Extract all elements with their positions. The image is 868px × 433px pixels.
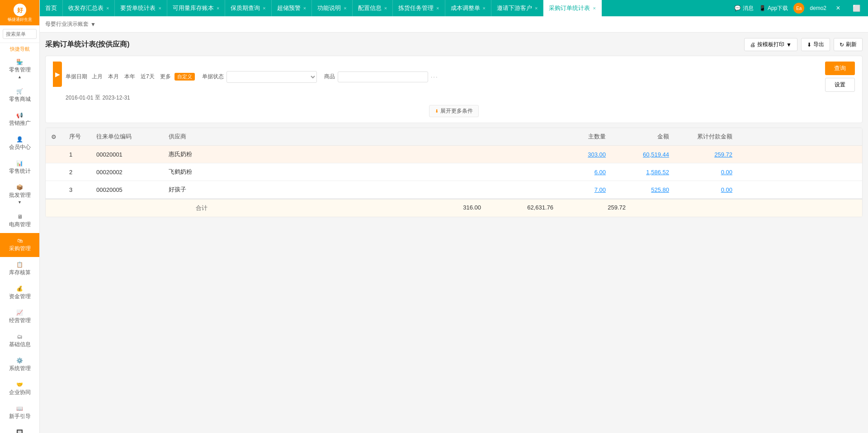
close-tab-icon[interactable]: × bbox=[303, 5, 306, 11]
table-header-paid: 累计付款金额 bbox=[675, 128, 738, 146]
expand-more-btn[interactable]: ⬇ 展开更多条件 bbox=[429, 105, 479, 117]
sidebar-item-label: 基础信息 bbox=[9, 341, 31, 348]
sidebar-item-sys[interactable]: ⚙️ 系统管理 bbox=[0, 353, 39, 377]
sidebar-item-inventory[interactable]: 📋 库存核算 bbox=[0, 257, 39, 281]
search-btn[interactable]: 查询 bbox=[825, 62, 855, 75]
close-tab-icon[interactable]: × bbox=[344, 5, 346, 11]
tab-overstock[interactable]: 超储预警 × bbox=[272, 0, 312, 16]
sidebar-item-finance[interactable]: 💰 资金管理 bbox=[0, 281, 39, 305]
filter-actions: 查询 设置 bbox=[825, 62, 855, 92]
tab-home[interactable]: 首页 bbox=[40, 0, 63, 16]
date-to-label: 至 bbox=[95, 94, 100, 101]
sidebar-item-batch[interactable]: 📦 批发管理 ▼ bbox=[0, 180, 39, 209]
user-avatar[interactable]: Ea bbox=[793, 3, 804, 14]
close-tab-icon[interactable]: × bbox=[535, 5, 538, 11]
date-from: 2016-01-01 bbox=[66, 95, 93, 101]
close-tab-icon[interactable]: × bbox=[263, 5, 265, 11]
close-tab-icon[interactable]: × bbox=[158, 5, 161, 11]
marketing-icon: 📢 bbox=[16, 112, 23, 119]
sidebar-item-retail-mall[interactable]: 🛒 零售商城 bbox=[0, 84, 39, 108]
workspace-dropdown-icon[interactable]: ▼ bbox=[90, 21, 96, 28]
row-qty: 303.00 bbox=[557, 146, 611, 163]
sidebar-item-guide[interactable]: 📖 新手引导 bbox=[0, 401, 39, 425]
filter-goods-input[interactable] bbox=[338, 71, 428, 82]
sidebar-item-collab[interactable]: 🤝 企业协同 bbox=[0, 377, 39, 401]
shortcut-this-year[interactable]: 本年 bbox=[123, 72, 137, 81]
tab-config[interactable]: 配置信息 × bbox=[353, 0, 393, 16]
more-dots-icon[interactable]: ··· bbox=[431, 73, 439, 80]
template-print-label: 按模板打印 bbox=[757, 41, 784, 48]
tab-receive-summary[interactable]: 收发存汇总表 × bbox=[63, 0, 115, 16]
close-tab-icon[interactable]: × bbox=[106, 5, 109, 11]
sidebar-item-retail-stat[interactable]: 📊 零售统计 bbox=[0, 156, 39, 180]
table-header-settings[interactable]: ⚙ bbox=[46, 128, 64, 146]
search-input[interactable] bbox=[3, 29, 37, 39]
ecom-icon: 🖥 bbox=[17, 214, 23, 220]
tab-expiry-query[interactable]: 保质期查询 × bbox=[225, 0, 271, 16]
sidebar-item-member[interactable]: 👤 会员中心 bbox=[0, 132, 39, 156]
table-row[interactable]: 1 00020001 惠氏奶粉 303.00 60,519.44 259.72 bbox=[46, 146, 862, 163]
settings-btn[interactable]: 设置 bbox=[825, 78, 855, 92]
close-tab-icon[interactable]: × bbox=[593, 5, 595, 11]
sidebar-search-area bbox=[0, 25, 39, 43]
custom-date-badge[interactable]: 自定义 bbox=[175, 73, 195, 81]
sidebar-item-retail[interactable]: 🏪 零售管理 ▲ bbox=[0, 54, 39, 84]
user-name[interactable]: demo2 bbox=[810, 5, 826, 11]
window-max-btn[interactable]: ⬜ bbox=[850, 2, 863, 14]
filter-toggle-btn[interactable]: ▶ bbox=[53, 62, 62, 87]
app-download-btn[interactable]: 📱 App下载 bbox=[759, 5, 788, 12]
sidebar-item-label: 经营管理 bbox=[9, 317, 31, 324]
message-icon: 💬 bbox=[734, 5, 741, 11]
row-paid: 0.00 bbox=[675, 163, 738, 181]
shortcut-7days[interactable]: 近7天 bbox=[139, 72, 156, 81]
tab-order-summary[interactable]: 要货单统计表 × bbox=[115, 0, 167, 16]
export-btn[interactable]: ⬇ 导出 bbox=[801, 38, 830, 51]
row-extra bbox=[738, 163, 862, 181]
filter-status-select[interactable] bbox=[226, 71, 317, 83]
window-close-btn[interactable]: × bbox=[832, 2, 844, 14]
table-row[interactable]: 2 00020002 飞鹤奶粉 6.00 1,586.52 0.00 bbox=[46, 163, 862, 181]
tab-cost-adj[interactable]: 成本调整单 × bbox=[445, 0, 491, 16]
tab-inventory-book[interactable]: 可用量库存账本 × bbox=[167, 0, 225, 16]
shortcut-last-month[interactable]: 上月 bbox=[90, 72, 104, 81]
table-header-extra bbox=[738, 128, 862, 146]
sidebar-item-marketing[interactable]: 📢 营销推广 bbox=[0, 108, 39, 132]
collab-icon: 🤝 bbox=[16, 381, 23, 388]
table-footer: 合计 316.00 62,631.76 259.72 bbox=[46, 199, 862, 217]
table-row[interactable]: 3 00020005 好孩子 7.00 525.80 0.00 bbox=[46, 181, 862, 199]
sidebar-item-apps[interactable]: 🔲 应用中心 bbox=[0, 425, 39, 433]
close-tab-icon[interactable]: × bbox=[217, 5, 219, 11]
close-tab-icon[interactable]: × bbox=[384, 5, 387, 11]
tab-function-desc[interactable]: 功能说明 × bbox=[312, 0, 352, 16]
sidebar-item-basic[interactable]: 🗂 基础信息 bbox=[0, 329, 39, 353]
row-code: 00020002 bbox=[91, 163, 163, 181]
filter-card: ▶ 单据日期 上月 本月 本年 近7天 更多 自定义 bbox=[45, 56, 863, 123]
filter-date-label: 单据日期 bbox=[66, 73, 87, 81]
sidebar-item-label: 零售统计 bbox=[9, 167, 31, 175]
print-dropdown-icon[interactable]: ▼ bbox=[786, 42, 792, 48]
shortcut-this-month[interactable]: 本月 bbox=[106, 72, 121, 81]
tab-purchase-summary[interactable]: 采购订单统计表 × bbox=[543, 0, 601, 16]
close-tab-icon[interactable]: × bbox=[436, 5, 439, 11]
sidebar-item-ops[interactable]: 📈 经营管理 bbox=[0, 305, 39, 329]
batch-icon: 📦 bbox=[16, 184, 23, 190]
page-content: 采购订单统计表(按供应商) 🖨 按模板打印 ▼ ⬇ 导出 ↻ 刷新 bbox=[40, 33, 868, 433]
message-label: 消息 bbox=[743, 5, 754, 12]
message-btn[interactable]: 💬 消息 bbox=[734, 5, 754, 12]
filter-status-label: 单据状态 bbox=[202, 73, 224, 81]
sidebar-item-purchase[interactable]: 🛍 采购管理 bbox=[0, 233, 39, 257]
sidebar-item-label: 零售管理 bbox=[9, 66, 31, 74]
sidebar-item-ecom[interactable]: 🖥 电商管理 bbox=[0, 209, 39, 233]
footer-label: 合计 bbox=[196, 204, 418, 212]
shortcut-more[interactable]: 更多 bbox=[158, 72, 173, 81]
ops-icon: 📈 bbox=[16, 309, 23, 316]
purchase-icon: 🛍 bbox=[17, 238, 23, 244]
refresh-btn[interactable]: ↻ 刷新 bbox=[834, 38, 863, 51]
tab-invite-downstream[interactable]: 邀请下游客户 × bbox=[491, 0, 543, 16]
tab-pick-task[interactable]: 拣货任务管理 × bbox=[393, 0, 445, 16]
mall-icon: 🛒 bbox=[16, 88, 23, 95]
row-extra bbox=[738, 146, 862, 163]
template-print-btn[interactable]: 🖨 按模板打印 ▼ bbox=[744, 38, 797, 51]
sidebar-nav-title[interactable]: 快捷导航 bbox=[0, 43, 39, 54]
close-tab-icon[interactable]: × bbox=[483, 5, 486, 11]
